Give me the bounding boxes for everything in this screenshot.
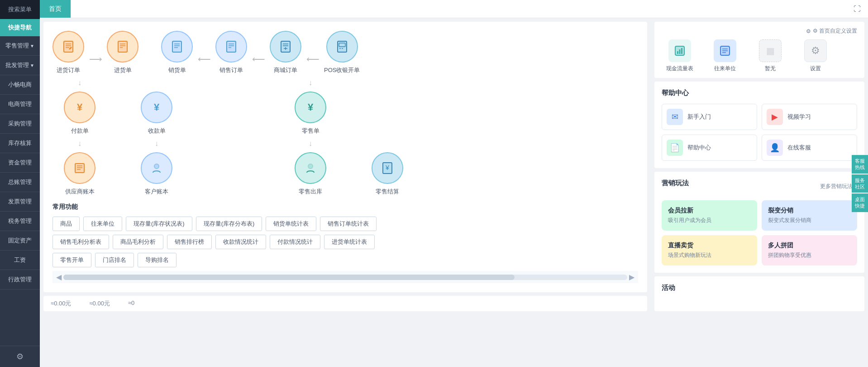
help-center-title: 帮助中心: [662, 89, 857, 97]
beginner-icon: ✉: [667, 109, 683, 125]
svg-rect-41: [677, 51, 678, 54]
cashflow-icon-box: [668, 39, 691, 62]
video-label: 视频学习: [787, 113, 811, 121]
marketing-item-live[interactable]: 直播卖货 场景式购物新玩法: [662, 235, 757, 266]
node-retail-outbound[interactable]: 零售出库: [283, 152, 338, 196]
func-btn-purchase-stats[interactable]: 进货单统计表: [324, 235, 375, 249]
func-btn-retail-order[interactable]: 零售开单: [52, 253, 91, 267]
marketing-item-group[interactable]: 多人拼团 拼团购物享受优惠: [762, 235, 857, 266]
svg-rect-5: [118, 41, 127, 52]
func-btn-product-profit[interactable]: 商品毛利分析: [113, 235, 163, 249]
func-btn-contacts[interactable]: 往来单位: [83, 217, 122, 231]
help-item-video[interactable]: ▶ 视频学习: [762, 104, 857, 130]
sidebar-item-admin[interactable]: 行政管理: [0, 270, 40, 290]
sidebar-settings-icon[interactable]: ⚙: [0, 346, 40, 367]
help-item-beginner[interactable]: ✉ 新手入门: [662, 104, 757, 130]
func-btn-stock-status[interactable]: 现存量(库存状况表): [126, 217, 192, 231]
settings-gear-icon: ⚙: [811, 45, 820, 57]
node-label-retail-outbound: 零售出库: [299, 188, 322, 196]
marketing-member-desc: 吸引用户成为会员: [668, 217, 751, 224]
sidebar-item-ecom-mgmt[interactable]: 电商管理: [0, 95, 40, 114]
marketing-item-member[interactable]: 会员拉新 吸引用户成为会员: [662, 200, 757, 231]
content-area: 进货订单 ⟶ 进货单: [40, 18, 868, 367]
func-btn-receipt-stats[interactable]: 收款情况统计: [215, 235, 266, 249]
svg-rect-42: [679, 49, 681, 54]
horizontal-scrollbar[interactable]: ◀ ▶: [52, 271, 638, 283]
sidebar-item-ecom[interactable]: 小畅电商: [0, 75, 40, 95]
help-item-help[interactable]: 📄 帮助中心: [662, 135, 757, 161]
marketing-item-fission[interactable]: 裂变分销 裂变式发展分销商: [762, 200, 857, 231]
node-purchase[interactable]: 进货单: [107, 31, 138, 74]
node-customer-ledger[interactable]: 客户账本: [129, 152, 184, 196]
func-btn-payment-stats[interactable]: 付款情况统计: [270, 235, 320, 249]
node-retail-settlement[interactable]: ¥ 零售结算: [360, 152, 415, 196]
node-label-retail-settlement: 零售结算: [376, 188, 399, 196]
sidebar-item-wholesale[interactable]: 批发管理 ▼: [0, 56, 40, 75]
settings-icon-box: ⚙: [804, 39, 827, 62]
marketing-card: 营销玩法 更多营销玩法 > 会员拉新 吸引用户成为会员 裂变分销 裂变式发展分销…: [654, 172, 864, 273]
quick-icon-contacts-label: 往来单位: [714, 65, 736, 72]
float-btn-desktop[interactable]: 桌面快捷: [852, 193, 868, 212]
func-btn-sales-stats[interactable]: 销货单统计表: [266, 217, 316, 231]
quick-icon-settings[interactable]: ⚙ 设置: [797, 39, 834, 72]
none-icon: ▦: [766, 45, 775, 56]
sidebar-item-inventory[interactable]: 库存核算: [0, 134, 40, 153]
sidebar-item-label: 批发管理: [5, 61, 29, 69]
bottom-info-bar: ≈0.00元 ≈0.00元 ≈0: [43, 296, 647, 311]
homepage-customize-link[interactable]: ⚙ ⚙ 首页自定义设置: [806, 27, 857, 35]
sidebar-item-tax[interactable]: 税务管理: [0, 212, 40, 231]
node-supplier-ledger[interactable]: 供应商账本: [52, 152, 107, 196]
node-label-sales: 销货单: [168, 66, 186, 74]
svg-rect-0: [64, 41, 73, 52]
func-btn-order-stats[interactable]: 销售订单统计表: [320, 217, 377, 231]
float-btn-community[interactable]: 服务社区: [852, 174, 868, 193]
node-sales-order[interactable]: 销售订单: [215, 31, 247, 74]
float-buttons: 客服热线 服务社区 桌面快捷: [852, 155, 868, 212]
main-area: 首页 ⛶ 进货订单 ⟶: [40, 0, 868, 367]
quick-icon-none-label: 暂无: [765, 65, 776, 72]
sidebar-item-ledger[interactable]: 总账管理: [0, 173, 40, 192]
scroll-left-button[interactable]: ◀: [56, 273, 62, 281]
func-btn-store-rank[interactable]: 门店排名: [95, 253, 134, 267]
sidebar-item-assets[interactable]: 固定资产: [0, 231, 40, 251]
service-label: 在线客服: [787, 144, 811, 152]
node-icon-receipt: ¥: [141, 92, 172, 123]
func-btn-product[interactable]: 商品: [52, 217, 80, 231]
help-doc-label: 帮助中心: [687, 144, 711, 152]
svg-rect-10: [172, 41, 181, 52]
node-receipt[interactable]: ¥ 收款单: [129, 92, 184, 135]
func-btn-profit-analysis[interactable]: 销售毛利分析表: [52, 235, 109, 249]
arrow-down-purchase-order: ↓: [78, 76, 81, 90]
common-functions-row2: 销售毛利分析表 商品毛利分析 销售排行榜 收款情况统计 付款情况统计 进货单统计…: [52, 235, 638, 249]
func-btn-stock-dist[interactable]: 现存量(库存分布表): [196, 217, 262, 231]
node-purchase-order[interactable]: 进货订单: [52, 31, 84, 74]
svg-rect-20: [281, 41, 290, 52]
scroll-right-button[interactable]: ▶: [629, 273, 634, 281]
help-item-service[interactable]: 👤 在线客服: [762, 135, 857, 161]
sidebar-item-retail[interactable]: 零售管理 ▼: [0, 36, 40, 56]
marketing-fission-desc: 裂变式发展分销商: [768, 217, 851, 224]
float-btn-service[interactable]: 客服热线: [852, 155, 868, 174]
node-sales[interactable]: 销货单: [161, 31, 193, 74]
node-label-pos: POS收银开单: [324, 66, 360, 74]
func-btn-guide-rank[interactable]: 导购排名: [138, 253, 176, 267]
quick-icon-contacts[interactable]: 往来单位: [707, 39, 743, 72]
node-pos[interactable]: POS收银开单: [324, 31, 360, 74]
bottom-info-3: ≈0: [128, 299, 134, 308]
right-panel: ⚙ ⚙ 首页自定义设置 现金流量表 往来: [651, 18, 868, 367]
node-mall-order[interactable]: 商城订单: [270, 31, 301, 74]
tab-home[interactable]: 首页: [40, 0, 71, 18]
fullscreen-button[interactable]: ⛶: [854, 5, 861, 13]
func-btn-sales-rank[interactable]: 销售排行榜: [167, 235, 212, 249]
sidebar-search[interactable]: 搜索菜单: [0, 0, 40, 19]
top-bar: 首页 ⛶: [40, 0, 868, 18]
sidebar-item-invoice[interactable]: 发票管理: [0, 192, 40, 212]
svg-point-34: [154, 164, 159, 169]
quick-icon-settings-label: 设置: [810, 65, 821, 72]
quick-icon-cashflow[interactable]: 现金流量表: [662, 39, 698, 72]
node-retail-order[interactable]: ¥ 零售单: [283, 92, 338, 135]
sidebar-item-finance[interactable]: 资金管理: [0, 153, 40, 173]
node-payment[interactable]: ¥ 付款单: [52, 92, 107, 135]
sidebar-item-purchase[interactable]: 采购管理: [0, 114, 40, 134]
sidebar-item-salary[interactable]: 工资: [0, 251, 40, 270]
